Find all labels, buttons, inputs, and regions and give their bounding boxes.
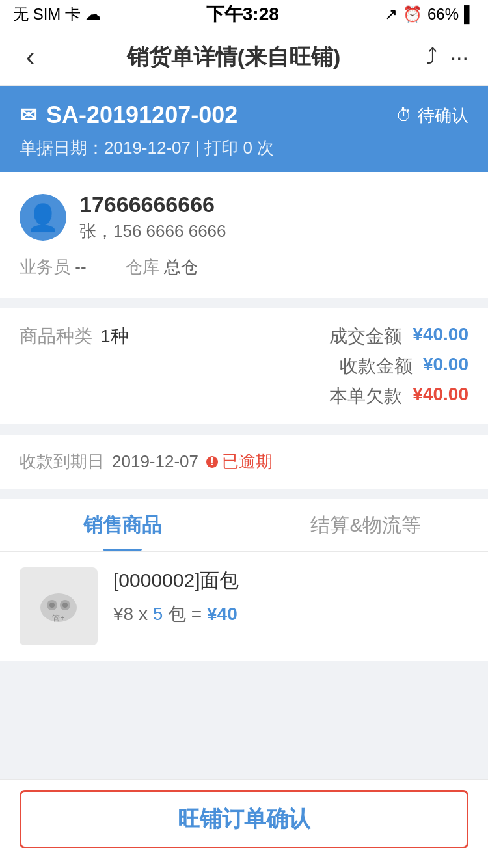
warehouse-item: 仓库 总仓	[126, 256, 198, 278]
svg-point-4	[62, 603, 68, 608]
customer-phone: 17666666666	[79, 192, 226, 217]
header-card: ✉ SA-20191207-002 ⏱ 待确认 单据日期：2019-12-07 …	[0, 86, 488, 172]
tab-settlement[interactable]: 结算&物流等	[244, 499, 488, 551]
order-meta: 单据日期：2019-12-07 | 打印 0 次	[20, 137, 468, 159]
salesperson-label: 业务员	[20, 257, 70, 277]
product-name: [0000002]面包	[113, 567, 468, 594]
avatar-icon: 👤	[27, 202, 59, 233]
product-section: 管+ [0000002]面包 ¥8 x 5 包 = ¥40	[0, 552, 488, 661]
svg-text:管+: 管+	[52, 614, 64, 623]
product-thumbnail: 管+	[20, 567, 98, 645]
product-kind-label: 商品种类	[20, 324, 92, 349]
status-tag: ⏱ 待确认	[396, 104, 468, 127]
customer-section: 👤 17666666666 张，156 6666 6666 业务员 -- 仓库 …	[0, 172, 488, 298]
status-right: ↗ ⏰ 66% ▌	[385, 5, 475, 23]
svg-point-3	[49, 603, 55, 608]
order-id-text: SA-20191207-002	[46, 102, 237, 129]
product-kind-value: 1种	[100, 324, 129, 349]
product-kind: 商品种类 1种	[20, 324, 129, 349]
location-icon: ↗	[385, 5, 398, 23]
tab-settlement-label: 结算&物流等	[310, 512, 421, 539]
customer-row: 👤 17666666666 张，156 6666 6666	[20, 192, 468, 243]
tab-products-label: 销售商品	[83, 512, 161, 539]
tabs-section: 销售商品 结算&物流等	[0, 499, 488, 552]
battery-icon: ▌	[464, 5, 475, 23]
nav-bar: ‹ 销货单详情(来自旺铺) ⤴ ···	[0, 29, 488, 86]
salesperson-item: 业务员 --	[20, 256, 87, 278]
due-section: 收款到期日 2019-12-07 ! 已逾期	[0, 435, 488, 489]
due-date-value: 2019-12-07	[112, 452, 198, 472]
status-text: 待确认	[418, 104, 468, 127]
warehouse-value: 总仓	[164, 257, 198, 277]
product-thumb-logo: 管+	[33, 587, 85, 626]
summary-section: 商品种类 1种 成交金额 ¥40.00 收款金额 ¥0.00 本单欠款 ¥40.…	[0, 308, 488, 424]
order-id: ✉ SA-20191207-002	[20, 102, 237, 129]
total-price: ¥40	[207, 604, 237, 624]
overdue-icon: !	[206, 456, 218, 468]
clock-icon: ⏱	[396, 105, 413, 126]
unit-price: ¥8	[113, 604, 133, 624]
sim-status: 无 SIM 卡 ☁	[13, 4, 101, 25]
receipt-amount-label: 收款金额	[340, 354, 413, 379]
salesperson-val: --	[75, 257, 86, 277]
overdue-badge: ! 已逾期	[206, 450, 273, 473]
confirm-button-label: 旺铺订单确认	[178, 804, 310, 834]
product-price: ¥8 x 5 包 = ¥40	[113, 602, 468, 627]
customer-meta: 业务员 -- 仓库 总仓	[20, 256, 468, 278]
tab-products[interactable]: 销售商品	[0, 499, 244, 551]
back-button[interactable]: ‹	[20, 36, 41, 78]
nav-actions: ⤴ ···	[426, 44, 468, 70]
status-time: 下午3:28	[206, 2, 279, 27]
equals: =	[191, 604, 207, 624]
balance-amount-row: 本单欠款 ¥40.00	[329, 384, 468, 409]
overdue-text: 已逾期	[222, 450, 273, 473]
unit: 包	[168, 604, 186, 624]
receipt-amount-row: 收款金额 ¥0.00	[340, 354, 468, 379]
receipt-amount-value: ¥0.00	[423, 354, 468, 379]
status-bar: 无 SIM 卡 ☁ 下午3:28 ↗ ⏰ 66% ▌	[0, 0, 488, 29]
bottom-button-area: 旺铺订单确认	[0, 779, 488, 868]
tabs: 销售商品 结算&物流等	[0, 499, 488, 552]
customer-name: 张，156 6666 6666	[79, 220, 226, 243]
more-icon[interactable]: ···	[450, 44, 468, 70]
deal-amount-label: 成交金额	[329, 324, 402, 349]
share-icon[interactable]: ⤴	[426, 44, 437, 70]
deal-amount-row: 成交金额 ¥40.00	[329, 324, 468, 349]
battery-level: 66%	[427, 5, 459, 23]
balance-amount-label: 本单欠款	[329, 384, 402, 409]
page-title: 销货单详情(来自旺铺)	[127, 42, 341, 72]
avatar: 👤	[20, 194, 66, 241]
customer-details: 17666666666 张，156 6666 6666	[79, 192, 226, 243]
due-date-label: 收款到期日	[20, 450, 104, 473]
quantity: 5	[153, 604, 163, 624]
alarm-icon: ⏰	[403, 5, 422, 23]
price-separator: x	[139, 604, 153, 624]
confirm-button[interactable]: 旺铺订单确认	[20, 790, 468, 848]
status-left: 无 SIM 卡 ☁	[13, 4, 101, 25]
balance-amount-value: ¥40.00	[413, 384, 468, 409]
product-info: [0000002]面包 ¥8 x 5 包 = ¥40	[113, 567, 468, 627]
document-icon: ✉	[20, 103, 37, 128]
deal-amount-value: ¥40.00	[413, 324, 468, 349]
warehouse-label: 仓库	[126, 257, 159, 277]
header-top: ✉ SA-20191207-002 ⏱ 待确认	[20, 102, 468, 129]
amounts: 成交金额 ¥40.00 收款金额 ¥0.00 本单欠款 ¥40.00	[329, 324, 468, 409]
